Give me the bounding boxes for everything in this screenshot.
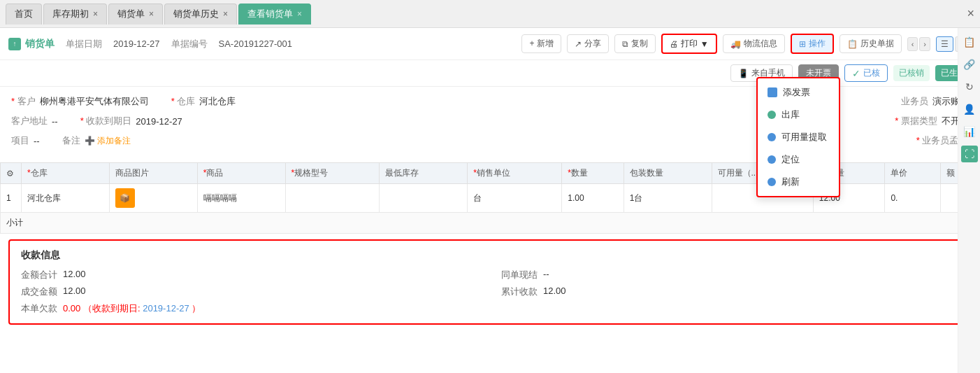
sidebar-icon-3[interactable]: ↻ [961, 78, 978, 95]
total-amount-row: 金额合计 12.00 [21, 269, 479, 281]
row-num: 1 [1, 184, 22, 213]
window-close-icon[interactable]: × [967, 6, 974, 21]
sidebar-icon-2[interactable]: 🔗 [961, 56, 978, 73]
row-pack-qty: 1台 [624, 184, 712, 213]
col-quantity: *数量 [562, 163, 624, 184]
doc-title: ↑ 销货单 [8, 38, 55, 50]
add-invoice-icon [768, 87, 777, 97]
payment-date-label: 收款到期日 [80, 115, 132, 127]
subtotal-label: 小计 [1, 213, 980, 234]
operations-button[interactable]: ⊞ 操作 [791, 34, 834, 54]
due-note: （收款到期日: [83, 303, 143, 314]
salesperson-label: 业务员孟 [916, 134, 959, 147]
row-product: 嗝嗝嗝嗝 [197, 184, 285, 213]
col-product-img: 商品图片 [109, 163, 197, 184]
tab-bar: 首页 库存期初 × 销货单 × 销货单历史 × 查看销货单 × × [0, 0, 980, 28]
number-label: 单据编号 [171, 38, 208, 50]
dropdown-location[interactable]: 定位 [758, 148, 839, 171]
print-icon: 🖨 [670, 39, 678, 49]
print-arrow: ▼ [700, 39, 709, 49]
history-button[interactable]: 📋 历史单据 [840, 34, 902, 53]
tab-view-sales[interactable]: 查看销货单 × [238, 3, 311, 24]
address-label: 客户地址 [11, 115, 48, 127]
same-order-settle-label: 同单现结 [501, 269, 538, 281]
row-sales-unit: 台 [468, 184, 562, 213]
row-unit-price: 0. [885, 184, 940, 213]
tab-view-sales-close[interactable]: × [297, 9, 302, 19]
operator-label: 业务员 [901, 95, 928, 108]
tab-sales-order[interactable]: 销货单 × [108, 3, 163, 24]
current-due-row: 本单欠款 0.00 （收款到期日: 2019-12-27 ） [21, 302, 479, 315]
project-field: 项目 -- [11, 134, 40, 147]
add-note-button[interactable]: ➕ 添加备注 [85, 135, 131, 147]
tab-sales-order-close[interactable]: × [149, 9, 154, 19]
project-value: -- [34, 136, 40, 146]
col-sales-unit: *销售单位 [468, 163, 562, 184]
row-spec [285, 184, 380, 213]
main-content: ↑ 销货单 单据日期 2019-12-27 单据编号 SA-20191227-0… [0, 28, 980, 373]
cumulative-collection-value: 12.00 [543, 286, 566, 298]
logistics-button[interactable]: 🚚 物流信息 [723, 34, 785, 53]
warehouse-field: 仓库 河北仓库 [171, 95, 236, 108]
tab-sales-order-label: 销货单 [117, 8, 145, 20]
print-button[interactable]: 🖨 打印 ▼ [661, 34, 717, 54]
warehouse-value: 河北仓库 [199, 95, 236, 108]
new-button[interactable]: + 新增 [521, 34, 561, 53]
product-image: 📦 [115, 188, 135, 208]
cumulative-collection-row: 累计收款 12.00 [501, 286, 959, 298]
same-order-settle-row: 同单现结 -- [501, 269, 959, 281]
row-warehouse: 河北仓库 [22, 184, 110, 213]
tab-sales-history-close[interactable]: × [223, 9, 228, 19]
add-invoice-label: 添发票 [783, 86, 810, 99]
dropdown-add-invoice[interactable]: 添发票 [758, 81, 839, 104]
sidebar-icon-4[interactable]: 👤 [961, 101, 978, 118]
history-icon: 📋 [847, 39, 858, 49]
refresh-label: 刷新 [781, 176, 800, 188]
print-label: 打印 [681, 38, 698, 50]
payment-section: 收款信息 金额合计 12.00 同单现结 -- 成交金额 12.00 累计收款 … [8, 239, 972, 325]
total-amount-label: 金额合计 [21, 269, 57, 281]
next-button[interactable]: › [919, 37, 930, 51]
col-settings[interactable]: ⚙ [1, 163, 22, 184]
tab-inventory-init[interactable]: 库存期初 × [43, 3, 107, 24]
transaction-amount-value: 12.00 [63, 286, 86, 298]
tab-sales-history[interactable]: 销货单历史 × [164, 3, 237, 24]
tab-home[interactable]: 首页 [6, 3, 42, 24]
project-label: 项目 [11, 134, 29, 147]
date-value: 2019-12-27 [113, 38, 160, 49]
share-label: 分享 [584, 38, 601, 50]
sidebar-icon-5[interactable]: 📊 [961, 123, 978, 140]
dropdown-ship[interactable]: 出库 [758, 104, 839, 126]
doc-title-icon: ↑ [8, 38, 21, 50]
current-due-value: 0.00 （收款到期日: 2019-12-27 ） [63, 302, 201, 315]
transaction-amount-label: 成交金额 [21, 286, 57, 298]
list-view-button[interactable]: ☰ [936, 36, 953, 52]
copy-label: 复制 [631, 38, 648, 50]
customer-value: 柳州粤港平安气体有限公司 [40, 95, 149, 108]
ship-icon [768, 111, 776, 119]
share-button[interactable]: ↗ 分享 [567, 34, 609, 53]
ticket-type-label: 票据类型 [895, 115, 937, 127]
date-label: 单据日期 [66, 38, 102, 50]
prev-button[interactable]: ‹ [907, 37, 918, 51]
sidebar-icon-1[interactable]: 📋 [961, 34, 978, 50]
location-label: 定位 [781, 153, 800, 166]
due-amount: 0.00 [63, 303, 80, 314]
tab-inventory-init-close[interactable]: × [93, 9, 98, 19]
dropdown-refresh[interactable]: 刷新 [758, 171, 839, 193]
warehouse-label: 仓库 [171, 95, 196, 108]
copy-button[interactable]: ⧉ 复制 [614, 34, 656, 53]
dropdown-available-qty[interactable]: 可用量提取 [758, 126, 839, 148]
available-qty-icon [768, 133, 776, 141]
tab-sales-history-label: 销货单历史 [173, 8, 219, 20]
tab-view-sales-label: 查看销货单 [247, 8, 293, 20]
status-sold-badge: 已核销 [893, 65, 930, 81]
phone-icon: 📱 [738, 69, 749, 78]
verify-button[interactable]: ✓ 已核 [844, 64, 888, 82]
sidebar-icon-6[interactable]: ⛶ [961, 146, 978, 162]
doc-header: ↑ 销货单 单据日期 2019-12-27 单据编号 SA-20191227-0… [0, 28, 980, 60]
doc-actions: + 新增 ↗ 分享 ⧉ 复制 🖨 打印 ▼ 🚚 物流信息 ⊞ 操作 [521, 34, 972, 54]
same-order-settle-value: -- [543, 269, 549, 281]
refresh-icon [768, 178, 776, 186]
col-spec: *规格型号 [285, 163, 380, 184]
